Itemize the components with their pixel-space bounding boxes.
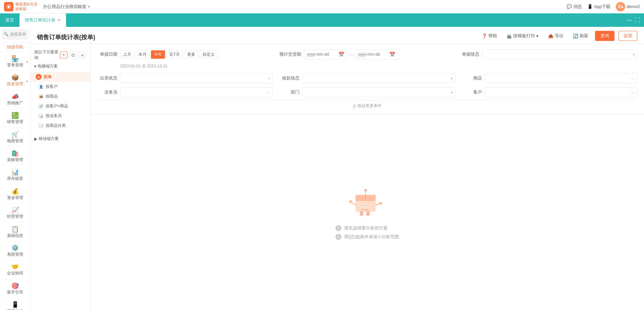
sidebar-item-operation[interactable]: 📈 经营管理: [0, 204, 30, 222]
page-header: 销售订单统计表(按单) ❓ 帮助 🖨️ 按模板打印 ▾ 📤 导出 🔄 刷新: [30, 27, 644, 44]
sidebar: 🔍 搜索菜单 快捷导航 🏪 零售管理 ▾ 📦 批发管理 ▴ 📣 营销推广 💹 销…: [0, 27, 30, 310]
salesperson-label: 业务员: [97, 89, 117, 95]
page-title: 销售订单统计表(按单): [37, 33, 95, 41]
doc-status-select[interactable]: 草稿 已确认 已关闭: [482, 49, 637, 59]
right-content: 单据日期 上月 本月 本年 近7天 更多 自定义: [91, 44, 644, 310]
retail-icon: 🏪: [11, 56, 19, 62]
desktop-section-toggle[interactable]: ▾: [34, 64, 36, 69]
query-button[interactable]: 查询: [595, 31, 614, 41]
empty-step-2: 2 用[过滤]条件来缩小分析范围: [335, 234, 399, 240]
svg-rect-14: [360, 211, 363, 216]
mobile-section-toggle[interactable]: ▶: [34, 137, 37, 141]
expected-start-input[interactable]: [307, 52, 337, 57]
sidebar-item-enterprise-collab[interactable]: 🤝 企业协同: [0, 260, 30, 279]
maximize-btn[interactable]: ⛶: [635, 17, 640, 23]
salesperson-dots: ···: [266, 90, 270, 95]
app-logo[interactable]: 畅捷通好生意 标账版: [4, 2, 38, 11]
tab-home[interactable]: 首页: [0, 13, 19, 27]
payment-status-select[interactable]: 已收款 未收款: [302, 73, 455, 83]
salesperson-input[interactable]: ···: [120, 87, 273, 97]
date-this-year-btn[interactable]: 本年: [151, 50, 165, 59]
user-profile-btn[interactable]: Ea demo2: [616, 2, 640, 11]
sidebar-item-ecommerce[interactable]: 🛒 电商管理: [0, 128, 30, 147]
tab-bar: 首页 销售订单统计表 ✕ — ⛶: [0, 13, 644, 27]
goods-input[interactable]: ···: [485, 73, 637, 83]
top-bar-title: 办公用品行业模拟账套 ▾: [43, 4, 564, 10]
sidebar-item-marketing[interactable]: 📣 营销推广: [0, 90, 30, 109]
tab-sales-order-stats[interactable]: 销售订单统计表 ✕: [19, 13, 66, 27]
collab-icon: 🤝: [11, 264, 19, 270]
guide-icon: 🎯: [11, 283, 19, 289]
minimize-btn[interactable]: —: [627, 17, 632, 23]
date-last-7-days-btn[interactable]: 近7天: [166, 50, 183, 59]
top-bar-actions: 💬 消息 📱 App下载 Ea demo2: [567, 2, 640, 11]
customer-icon: 👤: [38, 84, 44, 90]
goods-cell: 商品 ···: [462, 73, 637, 83]
customer-input[interactable]: ···: [485, 87, 637, 97]
date-last-month-btn[interactable]: 上月: [120, 50, 134, 59]
collapse-filter-btn[interactable]: ⋀ 收起更多条件: [97, 100, 637, 111]
date-filter-cell: 单据日期 上月 本月 本年 近7天 更多 自定义: [97, 49, 273, 59]
sidebar-item-wholesale-mgmt[interactable]: 📦 批发管理 ▴: [0, 71, 30, 90]
sidebar-item-new-guide[interactable]: 🎯 新手引导: [0, 279, 30, 298]
sidebar-item-basic-info[interactable]: 📋 基础信息: [0, 223, 30, 242]
sidebar-item-inventory[interactable]: 📊 库存核算: [0, 166, 30, 185]
ship-status-select-wrapper: 已出库 未出库 ▾: [120, 73, 273, 83]
date-this-month-btn[interactable]: 本月: [136, 50, 150, 59]
sidebar-item-sales-mgmt[interactable]: 💹 销售管理: [0, 109, 30, 128]
tree-item-by-category[interactable]: 📑 按商品分类: [30, 121, 90, 131]
category-icon: 📑: [38, 123, 44, 128]
close-icon[interactable]: ✕: [57, 18, 61, 22]
sidebar-item-app-center[interactable]: 📱 应用中心: [0, 298, 30, 310]
ship-status-select[interactable]: 已出库 未出库: [120, 73, 273, 83]
help-icon: ❓: [482, 34, 487, 39]
doc-status-label: 单据状态: [462, 51, 479, 57]
collapse-panel-btn[interactable]: «: [79, 51, 86, 59]
tree-item-by-goods[interactable]: 📦 按商品: [30, 92, 90, 101]
settings-button[interactable]: 设置: [619, 31, 637, 41]
payment-status-label: 收款状态: [279, 75, 300, 81]
chevron-down-icon[interactable]: ▾: [88, 4, 90, 9]
download-icon: 📱: [587, 4, 593, 9]
basic-info-icon: 📋: [11, 226, 19, 232]
empty-illustration: [347, 185, 387, 218]
sidebar-item-purchase[interactable]: 🛍️ 采购管理: [0, 147, 30, 166]
purchase-icon: 🛍️: [11, 150, 19, 156]
quick-nav-btn[interactable]: 快捷导航: [0, 42, 30, 52]
left-panel-title: 按以下方案查询: [34, 49, 60, 61]
sidebar-item-system[interactable]: ⚙️ 系统管理: [0, 242, 30, 260]
tree-item-by-order[interactable]: ● 按单: [30, 72, 90, 82]
department-select-wrapper: ▾: [302, 87, 455, 97]
settings-scheme-btn[interactable]: ⊙: [69, 51, 77, 59]
app-download-btn[interactable]: 📱 App下载: [587, 4, 610, 10]
tree-item-by-salesperson[interactable]: 📊 按业务员: [30, 111, 90, 121]
refresh-btn[interactable]: 🔄 刷新: [570, 32, 591, 40]
export-btn[interactable]: 📤 导出: [545, 32, 566, 40]
messages-btn[interactable]: 💬 消息: [567, 4, 582, 10]
department-select[interactable]: [302, 87, 455, 97]
date-quick-btns: 上月 本月 本年 近7天 更多 自定义: [120, 50, 273, 59]
add-scheme-btn[interactable]: +: [60, 51, 67, 59]
expand-icon-wholesale: ▴: [26, 79, 28, 83]
date-custom-btn[interactable]: 自定义: [200, 50, 218, 59]
sidebar-item-finance[interactable]: 💰 资金管理: [0, 185, 30, 204]
expected-end-date[interactable]: 📅: [355, 49, 398, 59]
date-more-btn[interactable]: 更多: [184, 50, 198, 59]
main-layout: 🔍 搜索菜单 快捷导航 🏪 零售管理 ▾ 📦 批发管理 ▴ 📣 营销推广 💹 销…: [0, 27, 644, 310]
tree-item-by-customer-goods[interactable]: 🔗 按客户+商品: [30, 101, 90, 111]
expected-delivery-cell: 预计交货期 📅 — 📅: [279, 49, 455, 59]
tab-home-label: 首页: [5, 17, 14, 23]
tree-item-by-customer[interactable]: 👤 按客户: [30, 82, 90, 92]
step-1-num: 1: [335, 225, 341, 231]
print-btn[interactable]: 🖨️ 按模板打印 ▾: [504, 32, 541, 40]
empty-state: 1 请先选择要分析的方案 2 用[过滤]条件来缩小分析范围: [335, 185, 399, 240]
search-menu-btn[interactable]: 🔍 搜索菜单: [2, 30, 28, 39]
expected-start-date[interactable]: 📅: [304, 49, 347, 59]
empty-step-1: 1 请先选择要分析的方案: [335, 225, 399, 231]
salesperson-cell: 业务员 ···: [97, 87, 273, 97]
calendar-icon: 📅: [338, 52, 344, 57]
expected-end-input[interactable]: [358, 52, 388, 57]
help-btn[interactable]: ❓ 帮助: [479, 32, 500, 40]
system-icon: ⚙️: [11, 245, 19, 251]
sidebar-item-retail-mgmt[interactable]: 🏪 零售管理 ▾: [0, 52, 30, 71]
